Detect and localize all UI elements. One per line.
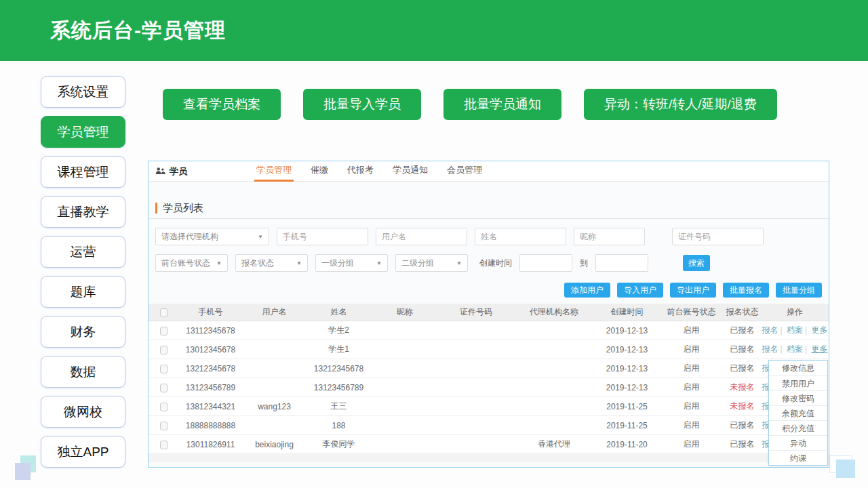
to-label: 到 (580, 258, 588, 269)
cell-agency: 香港代理 (513, 439, 595, 450)
context-menu-item[interactable]: 异动 (769, 435, 827, 450)
cell-phone: 18888888888 (179, 421, 242, 430)
quick-action-button[interactable]: 批量导入学员 (303, 89, 421, 120)
sidebar-item[interactable]: 课程管理 (41, 156, 125, 188)
row-action-enroll[interactable]: 报名 (762, 344, 778, 354)
quick-action-button[interactable]: 批量学员通知 (443, 89, 561, 120)
context-menu-item[interactable]: 积分充值 (769, 420, 827, 435)
sidebar-item[interactable]: 系统设置 (41, 76, 125, 108)
sidebar-item-label: 课程管理 (58, 163, 109, 181)
row-action-enroll[interactable]: 报名 (762, 325, 778, 335)
context-menu-item[interactable]: 修改密码 (769, 390, 827, 405)
sidebar-item[interactable]: 题库 (41, 276, 125, 308)
row-checkbox[interactable] (160, 422, 167, 430)
sidebar-item[interactable]: 运营 (41, 236, 125, 268)
sidebar-item-label: 财务 (71, 323, 96, 341)
sidebar-item[interactable]: 学员管理 (41, 116, 125, 148)
sidebar-item[interactable]: 数据 (41, 356, 125, 388)
bulk-actions-row: 添加用户 导入用户 导出用户 批量报名 批量分组 (149, 281, 829, 304)
tab-label: 催缴 (311, 165, 328, 175)
tab-label: 代报考 (347, 165, 374, 175)
username-input[interactable] (376, 228, 467, 245)
bulk-action-button[interactable]: 添加用户 (564, 283, 610, 298)
table-footer-strip (149, 454, 829, 462)
sidebar-item-label: 独立APP (57, 443, 108, 461)
students-icon (155, 167, 165, 175)
created-to-input[interactable] (595, 254, 648, 272)
row-checkbox[interactable] (160, 346, 167, 354)
context-menu-item[interactable]: 余额充值 (769, 405, 827, 420)
table-row: 13123456789 13123456789 2019-12-13 启用 未报… (149, 378, 829, 397)
sidebar-item-label: 数据 (71, 363, 96, 381)
sidebar-item[interactable]: 财务 (41, 316, 125, 348)
cell-name: 188 (307, 421, 371, 430)
cell-name: 学生1 (307, 344, 371, 355)
context-menu-item[interactable]: 禁用用户 (769, 375, 827, 390)
context-menu-item[interactable]: 修改信息 (769, 361, 827, 375)
panel-tab[interactable]: 学员管理 (254, 161, 294, 182)
filter-select-placeholder: 前台账号状态 (161, 258, 210, 269)
select-all-checkbox[interactable] (160, 308, 167, 317)
module-label: 学员 (155, 165, 254, 178)
cell-created: 2019-12-13 (595, 364, 659, 373)
cell-operations: 报名| 档案| 更多 (761, 325, 829, 336)
cell-phone: 13123456789 (179, 383, 242, 392)
panel-tab[interactable]: 会员管理 (445, 161, 484, 182)
search-button[interactable]: 搜索 (683, 255, 710, 271)
quick-action-button[interactable]: 查看学员档案 (163, 89, 281, 120)
cell-name: 学生2 (307, 325, 371, 336)
bulk-action-button[interactable]: 批量报名 (723, 283, 769, 298)
filter-select[interactable]: 报名状态 ▼ (235, 254, 308, 272)
agency-select[interactable]: 请选择代理机构 ▼ (155, 228, 269, 245)
row-action-archive[interactable]: 档案 (787, 344, 803, 354)
cell-enroll-status: 已报名 (724, 439, 761, 450)
quick-action-button[interactable]: 异动：转班/转人/延期/退费 (584, 89, 777, 120)
sidebar-item[interactable]: 独立APP (41, 436, 125, 468)
filter-select[interactable]: 二级分组 ▼ (395, 254, 468, 272)
sidebar-item[interactable]: 微网校 (41, 396, 125, 428)
filter-select-placeholder: 一级分组 (321, 258, 354, 269)
cell-enroll-status: 未报名 (724, 401, 761, 412)
bulk-action-button[interactable]: 导入用户 (617, 283, 663, 298)
section-accent-bar (155, 203, 157, 214)
id-number-input[interactable] (672, 228, 764, 245)
more-context-menu: 修改信息 禁用用户 修改密码 余额充值 积分充值 异动 约课 (768, 360, 828, 466)
col-operations: 操作 (761, 306, 829, 318)
filter-select[interactable]: 一级分组 ▼ (315, 254, 388, 272)
cell-phone: 13212345678 (179, 364, 242, 373)
created-from-input[interactable] (519, 254, 572, 272)
row-action-more[interactable]: 更多 (811, 325, 827, 335)
chevron-down-icon: ▼ (216, 260, 222, 266)
row-action-archive[interactable]: 档案 (787, 325, 803, 335)
row-checkbox[interactable] (160, 441, 167, 449)
panel-tab[interactable]: 催缴 (309, 161, 330, 182)
agency-select-placeholder: 请选择代理机构 (161, 231, 218, 243)
panel-tab[interactable]: 学员通知 (391, 161, 430, 182)
bulk-action-button[interactable]: 批量分组 (776, 283, 822, 298)
panel-tabbar: 学员 学员管理 催缴 代报考 学员通知 会员管理 (149, 161, 829, 182)
section-header: 学员列表 (149, 198, 829, 219)
quick-actions-row: 查看学员档案 批量导入学员 批量学员通知 异动：转班/转人/延期/退费 (163, 89, 777, 120)
cell-created: 2019-12-13 (595, 326, 659, 336)
row-action-more[interactable]: 更多 (811, 344, 827, 354)
row-checkbox[interactable] (160, 327, 167, 336)
filter-select[interactable]: 前台账号状态 ▼ (155, 254, 228, 272)
phone-input[interactable] (277, 228, 368, 245)
app-header: 系统后台-学员管理 (0, 0, 868, 61)
row-checkbox[interactable] (160, 403, 167, 411)
col-name: 姓名 (307, 306, 371, 318)
sidebar-item-label: 微网校 (64, 403, 102, 421)
context-menu-item[interactable]: 约课 (769, 450, 827, 465)
nickname-input[interactable] (574, 228, 645, 245)
row-checkbox[interactable] (160, 365, 167, 373)
bulk-action-button[interactable]: 导出用户 (670, 283, 716, 298)
cell-account-status: 启用 (659, 325, 724, 336)
cell-username: wang123 (242, 402, 307, 411)
sidebar-item[interactable]: 直播教学 (41, 196, 125, 228)
name-input[interactable] (475, 228, 566, 245)
sidebar-item-label: 题库 (71, 283, 96, 301)
panel-tab[interactable]: 代报考 (345, 161, 376, 182)
cell-account-status: 启用 (659, 363, 724, 374)
row-checkbox[interactable] (160, 384, 167, 392)
chevron-down-icon: ▼ (296, 260, 302, 266)
